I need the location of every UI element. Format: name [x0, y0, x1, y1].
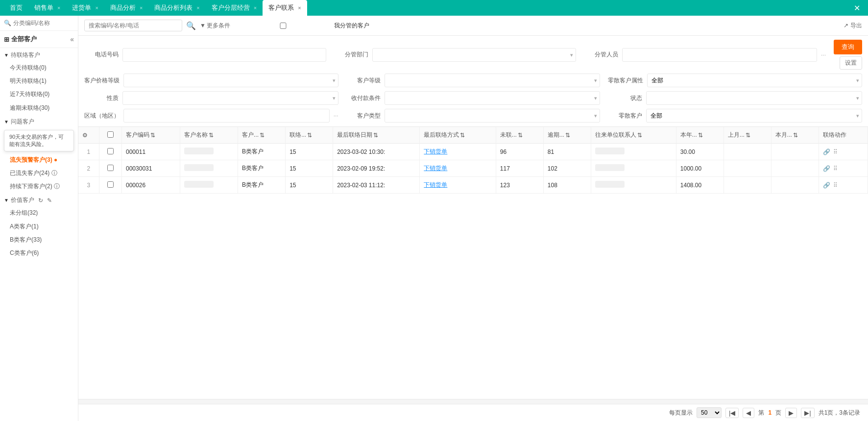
th-last-way[interactable]: 最后联络方式 ⇅ — [420, 127, 496, 144]
tab-customer-segment[interactable]: 客户分层经营 × — [206, 0, 263, 16]
search-button[interactable]: 🔍 — [186, 21, 196, 30]
customer-type-select[interactable] — [385, 109, 601, 123]
tab-home[interactable]: 首页 — [4, 0, 28, 16]
bottom-scrollbar[interactable] — [78, 399, 868, 404]
edit-icon[interactable]: ✎ — [47, 197, 52, 204]
th-last-date[interactable]: 最后联络日期 ⇅ — [333, 127, 420, 144]
collapse-icon[interactable]: « — [70, 35, 74, 43]
payment-select[interactable] — [385, 91, 601, 105]
th-last-month[interactable]: 上月... ⇅ — [723, 127, 771, 144]
query-button[interactable]: 查询 — [834, 40, 862, 54]
my-customers-checkbox-label[interactable]: 我分管的客户 — [234, 22, 369, 30]
sidebar-item-overdue-contact[interactable]: 逾期未联络(30) — [0, 101, 78, 115]
sidebar-item-tomorrow[interactable]: 明天待联络(1) — [0, 74, 78, 88]
th-overdue[interactable]: 逾期... ⇅ — [543, 127, 591, 144]
row-2-checkbox[interactable] — [107, 165, 114, 171]
sidebar-item-7days[interactable]: 近7天待联络(0) — [0, 88, 78, 101]
close-purchase-tab[interactable]: × — [95, 5, 98, 11]
close-customer-segment-tab[interactable]: × — [254, 5, 257, 11]
sidebar-item-class-c[interactable]: C类客户(6) — [0, 247, 78, 260]
table-body: 1 000011 B类客户 15 2023-03-02 10:30: 下销货单 … — [78, 144, 868, 194]
row-2-action-more[interactable]: ⠿ — [833, 165, 838, 172]
close-product-analysis-list-tab[interactable]: × — [196, 5, 199, 11]
customer-type-wrapper — [385, 109, 601, 123]
th-settings[interactable]: ⚙ — [78, 127, 99, 144]
prev-page-button[interactable]: ◀ — [743, 408, 754, 418]
close-customer-contact-tab[interactable]: × — [298, 5, 301, 11]
retail-customer-select[interactable]: 全部 — [646, 109, 862, 123]
group-pending-contact[interactable]: ▼ 待联络客户 — [0, 48, 78, 61]
th-year-amount[interactable]: 本年... ⇅ — [676, 127, 723, 144]
th-this-month[interactable]: 本月... ⇅ — [771, 127, 819, 144]
tab-purchase[interactable]: 进货单 × — [66, 0, 104, 16]
first-page-button[interactable]: |◀ — [725, 408, 739, 418]
region-dots[interactable]: ··· — [334, 112, 338, 119]
sidebar-all-customers[interactable]: ⊞ 全部客户 « — [0, 31, 78, 48]
group-value-customers[interactable]: ▼ 价值客户 ↻ ✎ — [0, 193, 78, 206]
sidebar-item-ungrouped[interactable]: 未分组(32) — [0, 206, 78, 220]
tab-customer-contact[interactable]: 客户联系 × — [263, 0, 307, 16]
select-all-checkbox[interactable] — [107, 131, 114, 138]
tab-product-analysis-list[interactable]: 商品分析列表 × — [148, 0, 205, 16]
customer-level-select[interactable] — [385, 74, 601, 87]
settings-button[interactable]: 设置 — [840, 56, 862, 70]
export-button[interactable]: ↗ 导出 — [844, 22, 862, 30]
sidebar-item-today[interactable]: 今天待联络(0) — [0, 61, 78, 74]
close-all-tabs[interactable]: ✕ — [850, 3, 864, 13]
page-size-select[interactable]: 10 20 50 100 — [697, 407, 722, 418]
sidebar-item-class-a[interactable]: A类客户(1) — [0, 220, 78, 233]
region-input[interactable] — [123, 109, 330, 123]
close-product-analysis-tab[interactable]: × — [140, 5, 143, 11]
status-select[interactable] — [646, 91, 862, 105]
row-3-way-link[interactable]: 下销货单 — [424, 181, 447, 188]
row-2-action-link[interactable]: 🔗 — [823, 165, 830, 172]
th-name[interactable]: 客户名称 ⇅ — [180, 127, 238, 144]
phone-input[interactable] — [122, 48, 326, 62]
table-row: 1 000011 B类客户 15 2023-03-02 10:30: 下销货单 … — [78, 144, 868, 160]
page-label: 第 — [758, 409, 764, 417]
row-3-checkbox[interactable] — [107, 181, 114, 188]
retail-attr-select[interactable]: 全部 — [647, 74, 862, 87]
th-contact-person[interactable]: 往来单位联系人 ⇅ — [591, 127, 676, 144]
search-input[interactable] — [84, 20, 182, 31]
row-1-action-link[interactable]: 🔗 — [823, 149, 830, 155]
close-sales-tab[interactable]: × — [57, 5, 60, 11]
next-page-button[interactable]: ▶ — [785, 408, 797, 418]
sidebar-item-class-b[interactable]: B类客户(33) — [0, 233, 78, 247]
my-customers-checkbox[interactable] — [234, 23, 332, 29]
field-customer-level: 客户等级 — [346, 74, 601, 87]
nature-select[interactable] — [122, 91, 338, 105]
row-1-checkbox[interactable] — [107, 148, 114, 154]
last-page-button[interactable]: ▶| — [801, 408, 814, 418]
row-1-way-link[interactable]: 下销货单 — [424, 148, 447, 155]
row-1-unlink: 96 — [496, 144, 543, 160]
manager-input[interactable] — [622, 48, 817, 62]
sidebar-item-churn-warning[interactable]: 流失预警客户(3) ● — [0, 153, 78, 167]
tab-product-analysis[interactable]: 商品分析 × — [104, 0, 148, 16]
row-1-type: B类客户 — [238, 144, 286, 160]
row-2-date: 2023-02-09 19:52: — [333, 160, 420, 177]
sort-icon-way: ⇅ — [460, 132, 465, 139]
refresh-icon[interactable]: ↻ — [38, 197, 43, 204]
th-type[interactable]: 客户... ⇅ — [238, 127, 286, 144]
manager-dots[interactable]: ··· — [821, 51, 826, 58]
row-2-lastmonth — [723, 160, 771, 177]
dept-select[interactable] — [372, 48, 576, 62]
sidebar-search-input[interactable] — [13, 20, 74, 26]
group-problem-customers[interactable]: ▼ 问题客户 — [0, 115, 78, 128]
th-unlink-days[interactable]: 未联... ⇅ — [496, 127, 543, 144]
data-table-container: ⚙ 客户编码 ⇅ 客户名称 ⇅ 客户... ⇅ 联络... ⇅ 最后联络日期 ⇅… — [78, 127, 868, 399]
row-3-action-link[interactable]: 🔗 — [823, 182, 830, 189]
more-conditions-button[interactable]: ▼ 更多条件 — [200, 22, 230, 30]
group-arrow-1: ▼ — [4, 52, 9, 58]
price-level-wrapper — [123, 74, 338, 87]
tab-sales[interactable]: 销售单 × — [28, 0, 66, 16]
sidebar-item-churned[interactable]: 已流失客户(24) ⓘ — [0, 167, 78, 180]
sidebar-item-declining[interactable]: 持续下滑客户(2) ⓘ — [0, 180, 78, 193]
th-contact-count[interactable]: 联络... ⇅ — [286, 127, 333, 144]
th-code[interactable]: 客户编码 ⇅ — [122, 127, 180, 144]
row-3-action-more[interactable]: ⠿ — [833, 182, 838, 189]
row-1-action-more[interactable]: ⠿ — [833, 149, 838, 155]
row-2-way-link[interactable]: 下销货单 — [424, 165, 447, 172]
price-level-select[interactable] — [123, 74, 338, 87]
